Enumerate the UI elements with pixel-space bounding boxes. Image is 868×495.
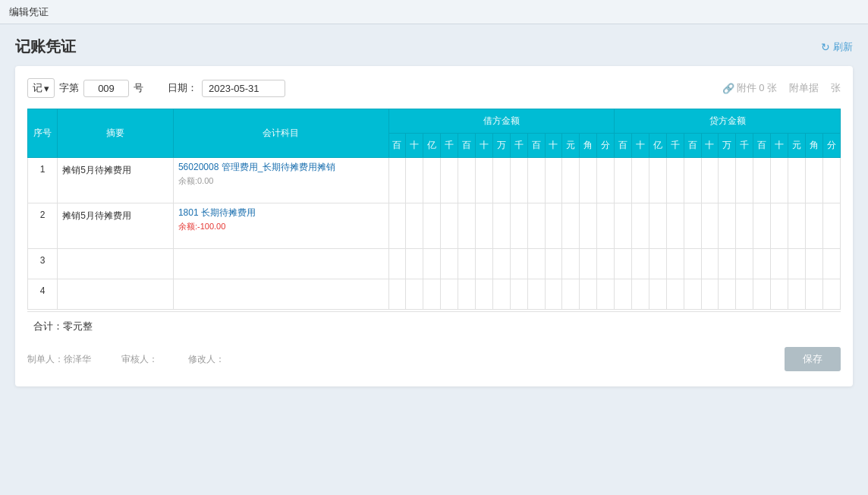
- credit-cell-6[interactable]: [719, 203, 736, 249]
- cell-summary[interactable]: [58, 249, 174, 279]
- credit-cell-11[interactable]: [805, 279, 822, 310]
- credit-cell-5[interactable]: [701, 279, 719, 310]
- debit-cell-11[interactable]: [580, 203, 597, 249]
- debit-cell-6[interactable]: [492, 158, 510, 203]
- debit-cell-1[interactable]: [406, 203, 423, 249]
- credit-cell-8[interactable]: [753, 203, 771, 249]
- credit-cell-9[interactable]: [771, 203, 788, 249]
- credit-cell-1[interactable]: [631, 158, 649, 203]
- debit-cell-1[interactable]: [406, 249, 423, 279]
- credit-cell-3[interactable]: [666, 158, 684, 203]
- credit-cell-11[interactable]: [805, 158, 822, 203]
- debit-cell-10[interactable]: [562, 158, 580, 203]
- debit-cell-4[interactable]: [458, 249, 476, 279]
- debit-cell-10[interactable]: [562, 279, 580, 310]
- cell-account[interactable]: 56020008 管理费用_长期待摊费用摊销余额:0.00: [173, 158, 388, 203]
- cell-summary[interactable]: 摊销5月待摊费用: [58, 158, 174, 203]
- credit-cell-9[interactable]: [771, 158, 788, 203]
- debit-cell-3[interactable]: [441, 203, 458, 249]
- debit-cell-0[interactable]: [388, 279, 406, 310]
- debit-cell-4[interactable]: [458, 203, 476, 249]
- debit-cell-9[interactable]: [545, 203, 562, 249]
- debit-cell-7[interactable]: [510, 158, 527, 203]
- debit-cell-0[interactable]: [388, 158, 406, 203]
- debit-cell-9[interactable]: [545, 279, 562, 310]
- credit-cell-2[interactable]: [649, 249, 666, 279]
- debit-cell-1[interactable]: [406, 158, 423, 203]
- credit-cell-3[interactable]: [666, 249, 684, 279]
- debit-cell-7[interactable]: [510, 203, 527, 249]
- debit-cell-8[interactable]: [527, 203, 545, 249]
- type-select[interactable]: 记 ▾: [27, 78, 55, 98]
- credit-cell-12[interactable]: [822, 249, 840, 279]
- credit-cell-10[interactable]: [788, 279, 805, 310]
- debit-cell-6[interactable]: [492, 249, 510, 279]
- debit-cell-11[interactable]: [580, 279, 597, 310]
- credit-cell-7[interactable]: [736, 203, 753, 249]
- debit-cell-10[interactable]: [562, 249, 580, 279]
- credit-cell-7[interactable]: [736, 249, 753, 279]
- cell-summary[interactable]: 摊销5月待摊费用: [58, 203, 174, 249]
- credit-cell-8[interactable]: [753, 279, 771, 310]
- voucher-number-input[interactable]: [83, 80, 129, 97]
- credit-cell-5[interactable]: [701, 203, 719, 249]
- credit-cell-2[interactable]: [649, 158, 666, 203]
- debit-cell-11[interactable]: [580, 249, 597, 279]
- credit-cell-4[interactable]: [684, 249, 701, 279]
- date-input[interactable]: [202, 80, 285, 97]
- save-button[interactable]: 保存: [785, 347, 841, 371]
- debit-cell-9[interactable]: [545, 249, 562, 279]
- credit-cell-2[interactable]: [649, 279, 666, 310]
- debit-cell-6[interactable]: [492, 279, 510, 310]
- debit-cell-7[interactable]: [510, 279, 527, 310]
- credit-cell-11[interactable]: [805, 203, 822, 249]
- credit-cell-1[interactable]: [631, 203, 649, 249]
- debit-cell-5[interactable]: [475, 158, 492, 203]
- debit-cell-6[interactable]: [492, 203, 510, 249]
- debit-cell-12[interactable]: [597, 249, 615, 279]
- debit-cell-12[interactable]: [597, 158, 615, 203]
- cell-account[interactable]: [173, 249, 388, 279]
- debit-cell-12[interactable]: [597, 279, 615, 310]
- credit-cell-0[interactable]: [615, 279, 632, 310]
- credit-cell-12[interactable]: [822, 158, 840, 203]
- debit-cell-0[interactable]: [388, 203, 406, 249]
- cell-account[interactable]: [173, 279, 388, 310]
- attach-link[interactable]: 🔗 附件 0 张: [722, 81, 777, 95]
- credit-cell-0[interactable]: [615, 158, 632, 203]
- credit-cell-10[interactable]: [788, 203, 805, 249]
- credit-cell-0[interactable]: [615, 249, 632, 279]
- debit-cell-10[interactable]: [562, 203, 580, 249]
- credit-cell-8[interactable]: [753, 158, 771, 203]
- debit-cell-5[interactable]: [475, 203, 492, 249]
- debit-cell-1[interactable]: [406, 279, 423, 310]
- credit-cell-12[interactable]: [822, 203, 840, 249]
- debit-cell-12[interactable]: [597, 203, 615, 249]
- debit-cell-3[interactable]: [441, 249, 458, 279]
- debit-cell-3[interactable]: [441, 279, 458, 310]
- credit-cell-12[interactable]: [822, 279, 840, 310]
- credit-cell-4[interactable]: [684, 158, 701, 203]
- credit-cell-6[interactable]: [719, 279, 736, 310]
- credit-cell-4[interactable]: [684, 279, 701, 310]
- debit-cell-8[interactable]: [527, 279, 545, 310]
- cell-account[interactable]: 1801 长期待摊费用余额:-100.00: [173, 203, 388, 249]
- debit-cell-0[interactable]: [388, 249, 406, 279]
- credit-cell-2[interactable]: [649, 203, 666, 249]
- debit-cell-11[interactable]: [580, 158, 597, 203]
- debit-cell-9[interactable]: [545, 158, 562, 203]
- credit-cell-7[interactable]: [736, 279, 753, 310]
- credit-cell-10[interactable]: [788, 249, 805, 279]
- credit-cell-0[interactable]: [615, 203, 632, 249]
- refresh-button[interactable]: ↻ 刷新: [821, 40, 853, 54]
- debit-cell-4[interactable]: [458, 279, 476, 310]
- credit-cell-5[interactable]: [701, 158, 719, 203]
- debit-cell-3[interactable]: [441, 158, 458, 203]
- credit-cell-5[interactable]: [701, 249, 719, 279]
- credit-cell-4[interactable]: [684, 203, 701, 249]
- credit-cell-1[interactable]: [631, 249, 649, 279]
- credit-cell-9[interactable]: [771, 279, 788, 310]
- debit-cell-8[interactable]: [527, 158, 545, 203]
- credit-cell-3[interactable]: [666, 279, 684, 310]
- debit-cell-8[interactable]: [527, 249, 545, 279]
